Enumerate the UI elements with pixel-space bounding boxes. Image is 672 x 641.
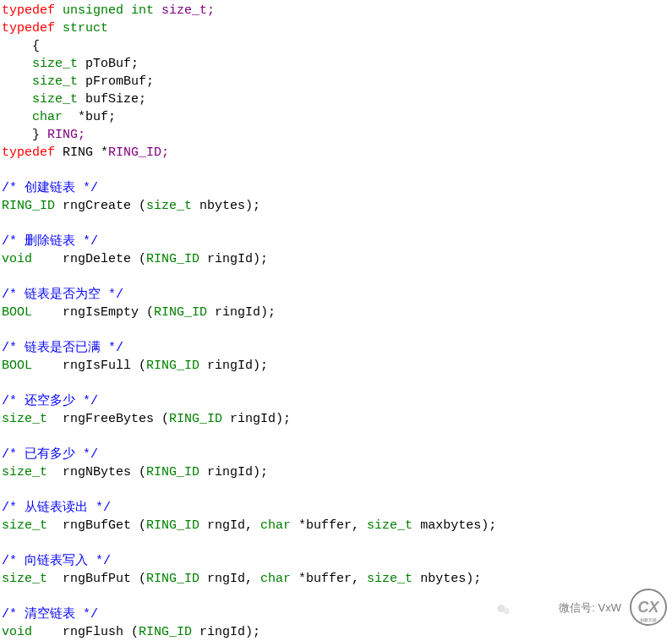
param-type: size_t: [367, 518, 412, 533]
indent: [2, 74, 32, 89]
param-type: RING_ID: [146, 518, 199, 533]
comment-bufput: /* 向链表写入 */: [2, 554, 111, 568]
param-name: rngId,: [199, 572, 260, 586]
ret-bool: BOOL: [2, 305, 32, 320]
param-type: size_t: [146, 199, 192, 213]
param-type: RING_ID: [154, 305, 207, 320]
kw-int: int: [131, 3, 154, 18]
comment-delete: /* 删除链表 */: [2, 234, 98, 249]
brace-open: {: [2, 39, 40, 53]
param-name: rngId,: [199, 518, 260, 533]
param-type: RING_ID: [146, 359, 199, 373]
comment-isempty: /* 链表是否为空 */: [2, 288, 123, 302]
source-code: typedef unsigned int size_t; typedef str…: [0, 0, 672, 641]
typename-ring: RING;: [47, 128, 85, 142]
param-type: char: [260, 518, 291, 533]
type-char: char: [32, 110, 63, 124]
kw-typedef: typedef: [2, 21, 55, 36]
fn-rngDelete: rngDelete (: [32, 252, 146, 266]
field-pToBuf: pToBuf;: [78, 57, 139, 71]
param-name: *buffer,: [291, 518, 367, 533]
ret-sizet: size_t: [2, 572, 47, 586]
wechat-icon: [496, 602, 511, 617]
logo-sub-text: 创新互联: [640, 617, 657, 622]
kw-typedef: typedef: [2, 145, 55, 160]
param-name: ringId);: [199, 359, 268, 373]
param-name: ringId);: [192, 625, 260, 639]
ret-void: void: [2, 252, 32, 266]
brace-close: }: [2, 128, 47, 142]
param-name: ringId);: [207, 305, 276, 320]
param-name: maxbytes);: [412, 518, 496, 533]
fn-rngBufPut: rngBufPut (: [47, 572, 146, 586]
comment-flush: /* 清空链表 */: [2, 607, 98, 622]
param-type: RING_ID: [146, 465, 199, 479]
fn-rngIsFull: rngIsFull (: [32, 359, 146, 373]
field-bufSize: bufSize;: [78, 92, 146, 107]
indent: [2, 110, 32, 124]
logo-main-text: CX: [637, 599, 658, 616]
fn-rngCreate: rngCreate (: [55, 199, 146, 213]
ret-sizet: size_t: [2, 518, 47, 533]
ret-bool: BOOL: [2, 359, 32, 373]
type-sizet: size_t: [32, 74, 78, 89]
ring-ptr: RING *: [55, 145, 108, 160]
comment-freebytes: /* 还空多少 */: [2, 394, 98, 408]
param-type: char: [260, 572, 291, 586]
watermark-logo: CX 创新互联: [630, 589, 667, 626]
param-name: ringId);: [199, 252, 268, 266]
indent: [2, 57, 32, 71]
typename-ringid: RING_ID;: [108, 145, 169, 160]
param-name: ringId);: [222, 412, 291, 426]
fn-rngNBytes: rngNBytes (: [47, 465, 146, 479]
type-sizet: size_t: [32, 57, 78, 71]
fn-rngFreeBytes: rngFreeBytes (: [47, 412, 169, 426]
param-type: size_t: [367, 572, 412, 586]
comment-bufget: /* 从链表读出 */: [2, 501, 111, 515]
fn-rngIsEmpty: rngIsEmpty (: [32, 305, 154, 320]
param-type: RING_ID: [169, 412, 222, 426]
param-type: RING_ID: [139, 625, 192, 639]
typename-sizet: size_t;: [161, 3, 215, 18]
field-buf: *buf;: [63, 110, 116, 124]
ret-sizet: size_t: [2, 412, 47, 426]
kw-typedef: typedef: [2, 3, 55, 18]
param-name: ringId);: [199, 465, 268, 479]
param-type: RING_ID: [146, 572, 199, 586]
kw-struct: struct: [63, 21, 108, 36]
logo-circle: CX 创新互联: [630, 589, 667, 626]
indent: [2, 92, 32, 107]
comment-create: /* 创建链表 */: [2, 181, 98, 195]
ret-void: void: [2, 625, 32, 639]
fn-rngFlush: rngFlush (: [32, 625, 139, 639]
ret-ringid: RING_ID: [2, 199, 55, 213]
field-pFromBuf: pFromBuf;: [78, 74, 154, 89]
ret-sizet: size_t: [2, 465, 47, 479]
watermark-wechat-label: 微信号: VxW: [559, 600, 621, 616]
param-type: RING_ID: [146, 252, 199, 266]
param-name: nbytes);: [192, 199, 260, 213]
comment-nbytes: /* 已有多少 */: [2, 447, 98, 462]
type-sizet: size_t: [32, 92, 78, 107]
param-name: nbytes);: [412, 572, 481, 586]
comment-isfull: /* 链表是否已满 */: [2, 341, 123, 355]
svg-point-1: [503, 608, 510, 615]
kw-unsigned: unsigned: [63, 3, 123, 18]
param-name: *buffer,: [291, 572, 367, 586]
fn-rngBufGet: rngBufGet (: [47, 518, 146, 533]
